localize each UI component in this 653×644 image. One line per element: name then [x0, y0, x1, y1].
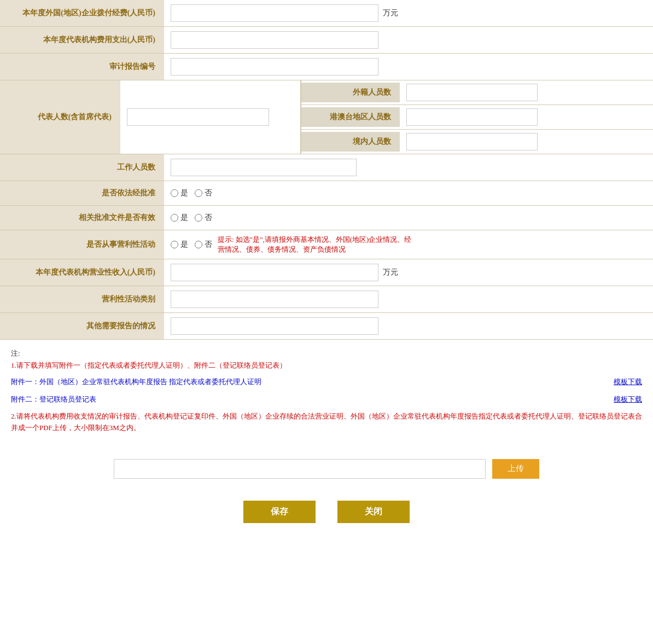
rep-office-expense-label: 本年度代表机构费用支出(人民币) — [0, 27, 164, 53]
rep-count-label: 代表人数(含首席代表) — [0, 80, 120, 154]
rep-count-combined-row: 代表人数(含首席代表) 外籍人员数 港澳台地区人员数 境内人员数 — [0, 80, 653, 154]
foreign-expense-row: 本年度外国(地区)企业拨付经费(人民币) 万元 — [0, 0, 653, 27]
upload-file-input[interactable] — [114, 459, 486, 479]
docs-valid-no-radio[interactable] — [195, 214, 202, 222]
is-approved-no-text: 否 — [205, 188, 212, 198]
is-profit-row: 是否从事营利性活动 是 否 提示: 如选"是",请填报外商基本情况、外国(地区)… — [0, 230, 653, 259]
upload-section: 上传 — [0, 448, 653, 490]
is-approved-input-cell: 是 否 — [164, 181, 653, 205]
annual-income-input-cell: 万元 — [164, 259, 653, 286]
attachment1-download-link[interactable]: 模板下载 — [614, 377, 642, 387]
is-approved-no-radio[interactable] — [195, 189, 202, 197]
annual-income-row: 本年度代表机构营业性收入(人民币) 万元 — [0, 259, 653, 286]
domestic-staff-input-cell — [400, 130, 653, 154]
docs-valid-yes-text: 是 — [180, 213, 188, 223]
employee-count-row: 工作人员数 — [0, 154, 653, 181]
bottom-buttons: 保存 关闭 — [0, 490, 653, 534]
docs-valid-no-label[interactable]: 否 — [195, 213, 212, 223]
docs-valid-label: 相关批准文件是否有效 — [0, 206, 164, 230]
close-button[interactable]: 关闭 — [337, 501, 410, 523]
docs-valid-no-text: 否 — [205, 213, 212, 223]
profit-category-row: 营利性活动类别 — [0, 286, 653, 313]
foreign-expense-label: 本年度外国(地区)企业拨付经费(人民币) — [0, 0, 164, 26]
form-container: 本年度外国(地区)企业拨付经费(人民币) 万元 本年度代表机构费用支出(人民币)… — [0, 0, 653, 534]
is-profit-radio-group: 是 否 — [171, 240, 212, 250]
other-report-row: 其他需要报告的情况 — [0, 313, 653, 340]
attachment2-text: 附件二：登记联络员登记表 — [11, 394, 96, 404]
is-approved-yes-label[interactable]: 是 — [171, 188, 188, 198]
foreign-staff-label: 外籍人员数 — [301, 83, 400, 102]
audit-report-input-cell — [164, 54, 653, 80]
is-profit-label: 是否从事营利性活动 — [0, 230, 164, 259]
note-item1: 1.请下载并填写附件一（指定代表或者委托代理人证明）、附件二（登记联络员登记表） — [11, 361, 642, 370]
docs-valid-yes-label[interactable]: 是 — [171, 213, 188, 223]
is-approved-yes-radio[interactable] — [171, 189, 178, 197]
is-profit-yes-radio[interactable] — [171, 241, 178, 248]
hk-macao-taiwan-row: 港澳台地区人员数 — [301, 105, 653, 130]
employee-count-input[interactable] — [171, 159, 357, 176]
upload-button[interactable]: 上传 — [492, 459, 539, 479]
foreign-expense-input[interactable] — [171, 4, 378, 22]
attachment2-row: 附件二：登记联络员登记表 模板下载 — [11, 392, 642, 407]
is-approved-no-label[interactable]: 否 — [195, 188, 212, 198]
is-approved-radio-group: 是 否 — [171, 188, 212, 198]
is-profit-yes-text: 是 — [180, 240, 188, 250]
docs-valid-radio-group: 是 否 — [171, 213, 212, 223]
domestic-staff-row: 境内人员数 — [301, 130, 653, 154]
docs-valid-input-cell: 是 否 — [164, 206, 653, 230]
notes-title: 注: — [11, 349, 642, 358]
rep-count-sub-rows: 外籍人员数 港澳台地区人员数 境内人员数 — [301, 80, 653, 154]
attachment1-row: 附件一：外国（地区）企业常驻代表机构年度报告 指定代表或者委托代理人证明 模板下… — [11, 375, 642, 389]
profit-category-label: 营利性活动类别 — [0, 286, 164, 312]
hk-macao-taiwan-input-cell — [400, 105, 653, 129]
other-report-input-cell — [164, 313, 653, 339]
attachment2-download-link[interactable]: 模板下载 — [614, 394, 642, 404]
foreign-expense-unit: 万元 — [383, 8, 398, 18]
audit-report-row: 审计报告编号 — [0, 54, 653, 80]
profit-category-input[interactable] — [171, 291, 378, 308]
docs-valid-row: 相关批准文件是否有效 是 否 — [0, 206, 653, 230]
foreign-staff-row: 外籍人员数 — [301, 80, 653, 105]
is-profit-no-text: 否 — [205, 240, 212, 250]
annual-income-label: 本年度代表机构营业性收入(人民币) — [0, 259, 164, 286]
notes-section: 注: 1.请下载并填写附件一（指定代表或者委托代理人证明）、附件二（登记联络员登… — [0, 340, 653, 443]
rep-count-input-cell — [120, 80, 300, 154]
hk-macao-taiwan-input[interactable] — [406, 108, 538, 126]
rep-office-expense-input[interactable] — [171, 31, 378, 49]
rep-count-input[interactable] — [127, 108, 269, 126]
rep-office-expense-input-cell — [164, 27, 653, 53]
save-button[interactable]: 保存 — [243, 501, 316, 523]
is-approved-row: 是否依法经批准 是 否 — [0, 181, 653, 206]
other-report-input[interactable] — [171, 317, 378, 335]
attachment1-text: 附件一：外国（地区）企业常驻代表机构年度报告 指定代表或者委托代理人证明 — [11, 377, 261, 387]
audit-report-input[interactable] — [171, 58, 378, 76]
foreign-staff-input-cell — [400, 80, 653, 105]
profit-category-input-cell — [164, 286, 653, 312]
annual-income-unit: 万元 — [383, 268, 398, 277]
is-approved-label: 是否依法经批准 — [0, 181, 164, 205]
domestic-staff-label: 境内人员数 — [301, 132, 400, 152]
annual-income-input[interactable] — [171, 264, 378, 281]
is-profit-input-cell: 是 否 提示: 如选"是",请填报外商基本情况、外国(地区)企业情况、经营情况、… — [164, 230, 653, 259]
other-report-label: 其他需要报告的情况 — [0, 313, 164, 339]
audit-report-label: 审计报告编号 — [0, 54, 164, 80]
is-profit-no-label[interactable]: 否 — [195, 240, 212, 250]
is-profit-tip: 提示: 如选"是",请填报外商基本情况、外国(地区)企业情况、经营情况、债券、债… — [218, 235, 415, 254]
employee-count-label: 工作人员数 — [0, 154, 164, 181]
note-item2: 2.请将代表机构费用收支情况的审计报告、代表机构登记证复印件、外国（地区）企业存… — [11, 411, 642, 434]
rep-office-expense-row: 本年度代表机构费用支出(人民币) — [0, 27, 653, 54]
foreign-staff-input[interactable] — [406, 84, 538, 101]
docs-valid-yes-radio[interactable] — [171, 214, 178, 222]
foreign-expense-input-cell: 万元 — [164, 0, 653, 26]
is-approved-yes-text: 是 — [180, 188, 188, 198]
employee-count-input-cell — [164, 154, 653, 181]
domestic-staff-input[interactable] — [406, 133, 538, 150]
is-profit-no-radio[interactable] — [195, 241, 202, 248]
hk-macao-taiwan-label: 港澳台地区人员数 — [301, 107, 400, 127]
is-profit-yes-label[interactable]: 是 — [171, 240, 188, 250]
